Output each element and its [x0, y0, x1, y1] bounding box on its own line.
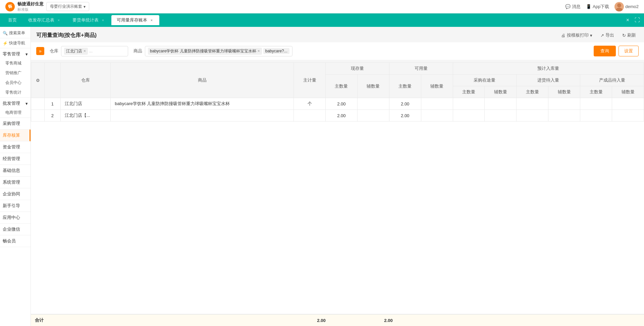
- settings-button[interactable]: 设置: [619, 46, 639, 56]
- row-unit: [294, 110, 326, 122]
- product-tag-2: babycare?...: [263, 48, 289, 54]
- sidebar-item-wechat[interactable]: 企业微信: [0, 224, 31, 235]
- product-label: 商品: [133, 48, 142, 54]
- row-product-aux: [612, 110, 644, 122]
- col-avail-main: 主数量: [389, 75, 421, 98]
- tab-available-inventory[interactable]: 可用量库存账本 ×: [111, 15, 159, 25]
- table-row: 2 江北门店【... 2.00 2.00: [31, 110, 644, 122]
- top-bar-left: 畅 畅捷通好生意 标准版 母婴行业演示账套 ▾: [5, 1, 89, 12]
- warehouse-input[interactable]: 江北门店 × ...: [61, 46, 128, 56]
- col-sub-purchase: 采购在途量: [453, 75, 517, 86]
- query-button[interactable]: 查询: [594, 46, 616, 56]
- sidebar: 🔍 搜索菜单 ⚡ 快捷导航 零售管理 零售商城 营销推广 会员中心 零售统计 批…: [0, 27, 31, 326]
- sidebar-item-purchase[interactable]: 采购管理: [0, 118, 31, 130]
- row-purchase-main: [453, 110, 485, 122]
- sidebar-item-finance[interactable]: 资金管理: [0, 141, 31, 153]
- col-group-available: 可用量: [389, 63, 453, 75]
- col-current-main: 主数量: [325, 75, 357, 98]
- user-menu[interactable]: demo2: [614, 2, 639, 11]
- row-supply-main: [517, 98, 548, 110]
- row-supply-main: [517, 110, 548, 122]
- col-current-aux: 辅数量: [357, 75, 389, 98]
- row-avail-aux: [421, 110, 453, 122]
- refresh-icon: ↻: [622, 33, 626, 38]
- sidebar-item-marketing[interactable]: 营销推广: [0, 68, 31, 78]
- row-gear: [31, 98, 45, 110]
- col-warehouse: 仓库: [60, 63, 111, 98]
- sidebar-group-wholesale: 批发管理 电商管理: [0, 98, 31, 118]
- app-download-button[interactable]: 📱 App下载: [586, 4, 609, 10]
- row-current-aux: [357, 110, 389, 122]
- data-table: ⚙ 仓库 商品 主计量 现存量 可用量 预计入库量 主数量 辅数量 主数量 辅数…: [31, 62, 644, 122]
- refresh-button[interactable]: ↻ 刷新: [620, 31, 639, 40]
- brand-subtitle: 标准版: [17, 7, 44, 12]
- sidebar-quicknav[interactable]: ⚡ 快捷导航: [0, 38, 31, 48]
- row-seq: 2: [45, 110, 61, 122]
- svg-point-0: [617, 3, 621, 7]
- footer-current-total: 2.00: [305, 318, 338, 323]
- row-purchase-aux: [485, 98, 517, 110]
- print-button[interactable]: 🖨 按模板打印 ▾: [558, 31, 595, 40]
- page-actions: 🖨 按模板打印 ▾ ↗ 导出 ↻ 刷新: [558, 31, 639, 40]
- col-seq: [45, 63, 61, 98]
- top-bar-right: 💬 消息 📱 App下载 demo2: [565, 2, 639, 11]
- brand-title: 畅捷通好生意: [17, 1, 44, 7]
- sidebar-group-wholesale-header[interactable]: 批发管理: [0, 98, 31, 108]
- sidebar-item-system[interactable]: 系统管理: [0, 177, 31, 188]
- sidebar-item-basics[interactable]: 基础信息: [0, 165, 31, 177]
- product-tag-1-remove[interactable]: ×: [258, 49, 260, 53]
- sidebar-item-retail-stats[interactable]: 零售统计: [0, 88, 31, 97]
- warehouse-tag-remove[interactable]: ×: [84, 49, 86, 53]
- table-container[interactable]: ⚙ 仓库 商品 主计量 现存量 可用量 预计入库量 主数量 辅数量 主数量 辅数…: [31, 62, 644, 314]
- col-supply-main: 主数量: [517, 86, 548, 98]
- export-button[interactable]: ↗ 导出: [598, 31, 617, 40]
- tab-receive-summary[interactable]: 收发存汇总表 ×: [23, 15, 66, 25]
- row-avail-main: 2.00: [389, 110, 421, 122]
- product-filter-group: 商品 babycare学饮杯 儿童防摔防撞吸管杯重力球吸嘴杯宝宝水杯 × bab…: [133, 46, 292, 56]
- sidebar-item-ecommerce[interactable]: 电商管理: [0, 108, 31, 118]
- sidebar-item-retail-mall[interactable]: 零售商城: [0, 58, 31, 68]
- row-supply-aux: [548, 110, 580, 122]
- col-unit: 主计量: [294, 63, 326, 98]
- tab-available-inventory-close[interactable]: ×: [149, 18, 154, 22]
- chevron-down-icon: ▾: [84, 4, 86, 9]
- col-gear[interactable]: ⚙: [31, 63, 45, 98]
- tab-receive-summary-close[interactable]: ×: [56, 18, 61, 22]
- row-purchase-main: [453, 98, 485, 110]
- warehouse-ellipsis: ...: [89, 49, 93, 53]
- print-icon: 🖨: [561, 33, 566, 38]
- product-input[interactable]: babycare学饮杯 儿童防摔防撞吸管杯重力球吸嘴杯宝宝水杯 × babyca…: [145, 46, 292, 56]
- col-group-current: 现存量: [325, 63, 389, 75]
- avatar: [614, 2, 624, 11]
- svg-point-1: [616, 8, 623, 11]
- filter-expand-button[interactable]: »: [36, 47, 44, 55]
- col-purchase-main: 主数量: [453, 86, 485, 98]
- sidebar-item-newuser[interactable]: 新手引导: [0, 200, 31, 212]
- row-supply-aux: [548, 98, 580, 110]
- tab-order-stats[interactable]: 要货单统计表 ×: [67, 15, 111, 25]
- sidebar-item-operations[interactable]: 经营管理: [0, 153, 31, 165]
- row-product-main: [580, 98, 612, 110]
- tab-home[interactable]: 首页: [3, 15, 22, 25]
- maximize-button[interactable]: ⛶: [633, 17, 641, 23]
- sidebar-item-inventory[interactable]: 库存核算: [0, 130, 31, 141]
- sidebar-group-retail-header[interactable]: 零售管理: [0, 48, 31, 58]
- template-selector[interactable]: 母婴行业演示账套 ▾: [46, 2, 89, 11]
- wholesale-group-chevron: [25, 101, 28, 106]
- footer-label: 合计: [35, 317, 89, 323]
- footer-avail-total: 2.00: [372, 318, 405, 323]
- sidebar-item-member[interactable]: 畅会员: [0, 235, 31, 247]
- page-header: 可用量查询(按仓库+商品) 🖨 按模板打印 ▾ ↗ 导出 ↻ 刷新: [31, 27, 644, 42]
- close-all-tabs-button[interactable]: ×: [625, 17, 631, 23]
- warehouse-filter-group: 仓库 江北门店 × ...: [50, 46, 128, 56]
- sidebar-item-membership[interactable]: 会员中心: [0, 78, 31, 88]
- tab-order-stats-close[interactable]: ×: [101, 18, 105, 22]
- quicknav-icon: ⚡: [3, 41, 8, 46]
- row-purchase-aux: [485, 110, 517, 122]
- sidebar-item-enterprise[interactable]: 企业协同: [0, 188, 31, 200]
- phone-icon: 📱: [586, 4, 591, 9]
- message-button[interactable]: 💬 消息: [565, 4, 581, 10]
- row-seq: 1: [45, 98, 61, 110]
- sidebar-item-apps[interactable]: 应用中心: [0, 212, 31, 224]
- sidebar-search[interactable]: 🔍 搜索菜单: [0, 27, 31, 38]
